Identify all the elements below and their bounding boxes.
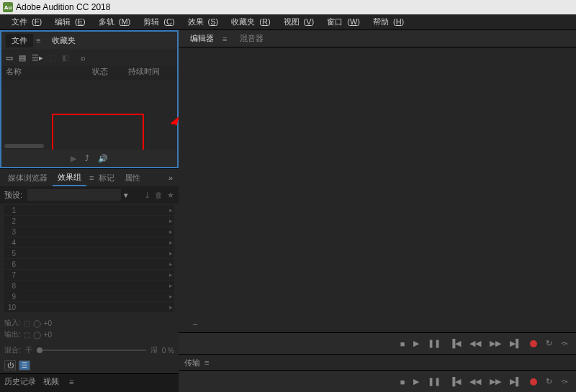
wet-label: 湿 [150, 345, 158, 355]
open-icon[interactable]: ▭ [6, 53, 13, 63]
fx-slot[interactable]: 5▸ [4, 248, 174, 258]
stop-button[interactable]: ■ [400, 339, 405, 348]
tab-files[interactable]: 文件 [6, 34, 33, 47]
loop-button[interactable]: ↻ [546, 377, 552, 386]
menu-clip[interactable]: 剪辑(C) [135, 17, 179, 27]
fx-slot[interactable]: 7▸ [4, 270, 174, 280]
menu-effects[interactable]: 效果(S) [179, 17, 223, 27]
rewind-button[interactable]: ◀◀ [469, 377, 481, 386]
annotation-box [52, 114, 144, 154]
stop-button[interactable]: ■ [400, 378, 405, 386]
search-icon[interactable]: ⌕ [81, 53, 86, 62]
effects-panel: 媒体浏览器 效果组 ≡ 标记 属性 » 预设: ▾ ⤓ 🗑 ★ 1▸ 2▸ [0, 168, 179, 373]
input-row: 输入:⬚◯+0 [4, 317, 174, 329]
output-knob-icon[interactable]: ◯ [33, 331, 41, 339]
tab-media-browser[interactable]: 媒体浏览器 [3, 170, 53, 186]
fx-slot[interactable]: 8▸ [4, 281, 174, 291]
tab-mixer[interactable]: 混音器 [234, 31, 269, 46]
skip-button[interactable]: ⤼ [561, 377, 567, 386]
play-button[interactable]: ▶ [413, 339, 419, 348]
app-title: Adobe Audition CC 2018 [16, 2, 110, 12]
history-menu-icon[interactable]: ≡ [69, 378, 73, 386]
fastforward-button[interactable]: ▶▶ [490, 339, 501, 348]
scrollbar-horizontal[interactable] [4, 144, 44, 148]
tab-history[interactable]: 历史记录 [4, 376, 36, 387]
menu-file[interactable]: 文件(F) [3, 17, 46, 27]
tab-effects-rack[interactable]: 效果组 [53, 170, 86, 186]
menu-view[interactable]: 视图(V) [275, 17, 319, 27]
app-logo: Au [3, 2, 13, 12]
menu-help[interactable]: 帮助(H) [364, 17, 408, 27]
preset-dropdown[interactable] [27, 189, 121, 201]
record-button[interactable] [530, 340, 537, 347]
fx-slot[interactable]: 6▸ [4, 259, 174, 269]
files-table-header: 名称 状态 持续时间 [1, 66, 177, 81]
loop-button[interactable]: ↻ [546, 339, 552, 348]
next-button[interactable]: ▶▌ [510, 377, 521, 386]
record-button[interactable] [530, 378, 537, 386]
prev-button[interactable]: ▐◀ [449, 339, 461, 348]
history-panel: 历史记录 视频 ≡ [0, 373, 179, 389]
mix-slider[interactable] [37, 350, 146, 351]
tab-video[interactable]: 视频 [43, 376, 59, 387]
fx-slot[interactable]: 2▸ [4, 216, 174, 226]
mix-slider-thumb[interactable] [37, 347, 42, 353]
disabled-icon: ⬚ [49, 53, 56, 63]
menubar: 文件(F) 编辑(E) 多轨(M) 剪辑(C) 效果(S) 收藏夹(R) 视图(… [0, 14, 576, 30]
col-duration[interactable]: 持续时间 [128, 66, 160, 81]
next-button[interactable]: ▶▌ [510, 339, 521, 348]
menu-window[interactable]: 窗口(W) [318, 17, 364, 27]
editor-area[interactable]: – [179, 47, 576, 332]
editor-menu-icon[interactable]: ≡ [222, 35, 227, 43]
mix-label: 混合: [4, 345, 21, 355]
save-preset-icon[interactable]: ⤓ [144, 191, 150, 200]
menu-favorites[interactable]: 收藏夹(R) [222, 17, 274, 27]
pause-button[interactable]: ❚❚ [428, 339, 441, 348]
fx-slot[interactable]: 4▸ [4, 237, 174, 247]
fx-slot[interactable]: 1▸ [4, 205, 174, 215]
tab-favorites[interactable]: 收藏夹 [46, 34, 81, 47]
panel-menu-icon[interactable]: ≡ [36, 36, 40, 45]
fx-slot[interactable]: 9▸ [4, 291, 174, 301]
transport-controls: ■ ▶ ❚❚ ▐◀ ◀◀ ▶▶ ▶▌ ↻ ⤼ [179, 370, 576, 392]
rewind-button[interactable]: ◀◀ [469, 339, 481, 348]
expand-icon[interactable]: » [166, 173, 176, 182]
export-icon[interactable]: ⤴ [85, 154, 89, 163]
preset-label: 预设: [4, 190, 24, 201]
multitrack-icon[interactable]: ☰▸ [32, 53, 43, 63]
power-toggle[interactable]: ⏻ [4, 360, 16, 370]
output-row: 输出:⬚◯+0 [4, 329, 174, 340]
editor-placeholder: – [193, 319, 197, 328]
chevron-down-icon[interactable]: ▾ [124, 191, 128, 200]
menu-multitrack[interactable]: 多轨(M) [90, 17, 135, 27]
fastforward-button[interactable]: ▶▶ [490, 377, 501, 386]
transport-menu-icon[interactable]: ≡ [204, 358, 209, 367]
editor-transport: ■ ▶ ❚❚ ▐◀ ◀◀ ▶▶ ▶▌ ↻ ⤼ [179, 332, 576, 354]
tab-markers[interactable]: 标记 [94, 170, 120, 186]
disabled-icon2: ◧ [62, 53, 69, 63]
star-icon[interactable]: ★ [167, 191, 174, 200]
list-toggle[interactable]: ☰ [19, 360, 30, 370]
tab-editor[interactable]: 编辑器 [184, 31, 220, 46]
fx-slot[interactable]: 3▸ [4, 227, 174, 237]
volume-icon[interactable]: 🔊 [98, 154, 108, 163]
fx-slot[interactable]: 10▸ [4, 302, 174, 312]
tab-transport[interactable]: 传输 [184, 357, 200, 368]
skip-button[interactable]: ⤼ [561, 339, 567, 348]
files-panel: 文件 ≡ 收藏夹 ▭ ▤ ☰▸ ⬚ ◧ ⌕ 名称 状态 持续时间 [0, 30, 179, 168]
new-icon[interactable]: ▤ [19, 53, 26, 63]
effects-list: 1▸ 2▸ 3▸ 4▸ 5▸ 6▸ 7▸ 8▸ 9▸ 10▸ [0, 204, 179, 314]
play-icon[interactable]: ▶ [71, 154, 76, 163]
play-button[interactable]: ▶ [413, 377, 419, 386]
dry-label: 干 [25, 345, 32, 355]
prev-button[interactable]: ▐◀ [449, 377, 461, 386]
col-status[interactable]: 状态 [92, 66, 128, 81]
tab-properties[interactable]: 属性 [120, 170, 145, 186]
col-name[interactable]: 名称 [6, 66, 92, 81]
menu-edit[interactable]: 编辑(E) [46, 17, 90, 27]
trash-icon[interactable]: 🗑 [155, 191, 163, 200]
titlebar: Au Adobe Audition CC 2018 [0, 0, 576, 14]
pause-button[interactable]: ❚❚ [428, 377, 441, 386]
input-knob-icon[interactable]: ◯ [33, 319, 41, 327]
mix-percent: 0 % [162, 347, 174, 355]
